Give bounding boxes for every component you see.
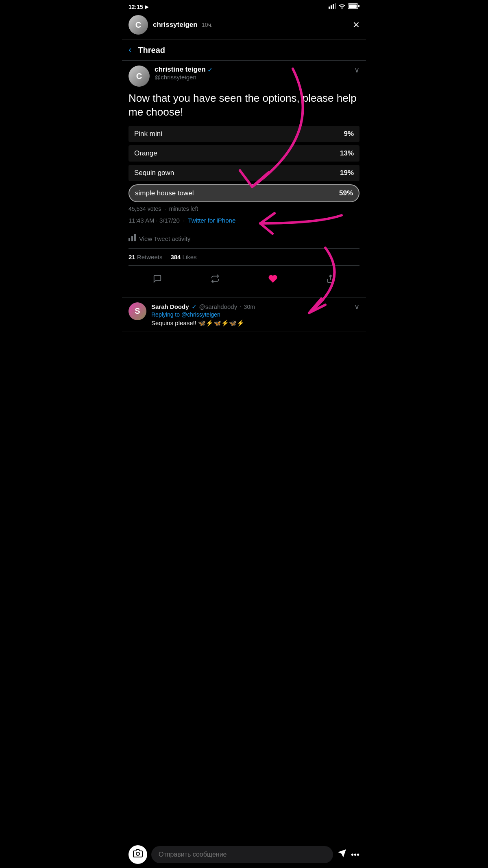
poll-option-1-label: Pink mini <box>134 130 162 138</box>
stories-user: C chrissyteigen 10ч. <box>129 15 213 35</box>
verified-badge: ✓ <box>207 66 213 74</box>
activity-chart-icon <box>129 234 136 243</box>
tweet-avatar-image: C <box>129 66 150 87</box>
back-button[interactable]: ‹ <box>129 45 131 55</box>
tweet-menu-chevron[interactable]: ∨ <box>354 66 359 74</box>
reply-button[interactable] <box>149 271 166 287</box>
stories-user-info: chrissyteigen 10ч. <box>153 21 213 29</box>
bottom-spacer <box>122 332 366 365</box>
tweet-header: C christine teigen ✓ @chrissyteigen ∨ <box>129 66 359 87</box>
poll-option-2-label: Orange <box>134 149 157 157</box>
retweets-stat: 21 Retweets <box>129 254 162 260</box>
tweet-activity-label: View Tweet activity <box>139 235 190 242</box>
tweet-avatar: C <box>129 66 150 87</box>
reply-dot-separator: · <box>240 303 241 310</box>
reply-avatar-image: S <box>129 302 146 320</box>
tweet-author-handle[interactable]: @chrissyteigen <box>155 74 349 81</box>
status-time: 12:15 ▶ <box>129 4 148 10</box>
poll-option-1[interactable]: Pink mini 9% <box>129 126 359 142</box>
like-count: 384 <box>170 254 181 260</box>
location-icon: ▶ <box>145 4 148 10</box>
poll-option-4-label: simple house towel <box>135 189 194 197</box>
tweet-activity-button[interactable]: View Tweet activity <box>129 229 359 249</box>
nav-bar: ‹ Thread <box>122 40 366 61</box>
like-button[interactable] <box>265 271 281 287</box>
svg-rect-9 <box>134 234 136 241</box>
battery-icon <box>348 3 359 10</box>
tweet-time: 11:43 AM · 3/17/20 <box>129 217 180 224</box>
tweet-user-info: christine teigen ✓ @chrissyteigen <box>155 66 349 81</box>
poll-option-4-winner[interactable]: simple house towel 59% <box>129 184 359 202</box>
reply-content: Sarah Doody ✓ @sarahdoody · 30m ∨ Replyi… <box>151 302 359 327</box>
signal-icon <box>329 3 336 10</box>
tweet-timestamp: 11:43 AM · 3/17/20 · Twitter for iPhone <box>129 217 359 224</box>
poll-option-2-pct: 13% <box>340 149 354 157</box>
poll-meta: 45,534 votes · minutes left <box>129 206 359 212</box>
svg-rect-7 <box>129 238 130 241</box>
poll-option-3-label: Sequin gown <box>134 169 174 177</box>
reply-author-handle: @sarahdoody <box>199 303 237 310</box>
svg-rect-5 <box>358 5 359 7</box>
reply-author-name[interactable]: Sarah Doody <box>151 303 189 310</box>
main-tweet: C christine teigen ✓ @chrissyteigen ∨ No… <box>122 61 366 297</box>
likes-label: Likes <box>183 254 197 260</box>
tweet-text: Now that you have seen the options, plea… <box>129 92 359 119</box>
poll-container: Pink mini 9% Orange 13% Sequin gown 19% … <box>129 126 359 212</box>
poll-option-2[interactable]: Orange 13% <box>129 145 359 162</box>
reply-header: Sarah Doody ✓ @sarahdoody · 30m ∨ <box>151 302 359 311</box>
svg-rect-3 <box>335 3 336 9</box>
retweets-label: Retweets <box>137 254 163 260</box>
status-bar: 12:15 ▶ <box>122 0 366 12</box>
svg-rect-8 <box>131 236 133 241</box>
status-icons <box>329 3 359 10</box>
tweet-source-link[interactable]: Twitter for iPhone <box>188 217 236 224</box>
retweet-button[interactable] <box>207 271 223 287</box>
poll-time-left: minutes left <box>169 206 198 212</box>
svg-rect-1 <box>331 5 332 9</box>
tweet-actions <box>129 266 359 292</box>
reply-mention-handle[interactable]: @chrissyteigen <box>181 311 220 318</box>
poll-option-3[interactable]: Sequin gown 19% <box>129 165 359 181</box>
stories-username: chrissyteigen <box>153 21 198 28</box>
reply-verified-badge: ✓ <box>192 303 197 310</box>
tweet-author-name[interactable]: christine teigen <box>155 66 206 74</box>
poll-votes: 45,534 votes <box>129 206 161 212</box>
tweet-name-row: christine teigen ✓ <box>155 66 349 74</box>
reply-chevron[interactable]: ∨ <box>354 302 359 311</box>
likes-stat: 384 Likes <box>170 254 196 260</box>
reply-time: 30m <box>244 304 255 310</box>
close-button[interactable]: × <box>353 19 359 31</box>
poll-option-4-pct: 59% <box>339 189 353 197</box>
stories-time: 10ч. <box>202 22 213 28</box>
share-button[interactable] <box>322 271 339 287</box>
nav-title: Thread <box>138 46 165 55</box>
stories-header: C chrissyteigen 10ч. × <box>122 12 366 40</box>
reply-text: Sequins please!! 🦋⚡🦋⚡🦋⚡ <box>151 319 359 327</box>
svg-rect-0 <box>329 7 330 9</box>
time-display: 12:15 <box>129 4 143 10</box>
reply-avatar: S <box>129 302 146 320</box>
poll-option-1-pct: 9% <box>344 130 354 138</box>
stories-avatar-image: C <box>129 15 148 35</box>
poll-option-3-pct: 19% <box>340 169 354 177</box>
tweet-stats: 21 Retweets 384 Likes <box>129 249 359 266</box>
wifi-icon <box>338 3 346 10</box>
stories-avatar: C <box>129 15 148 35</box>
reply-tweet: S Sarah Doody ✓ @sarahdoody · 30m ∨ Repl… <box>122 297 366 332</box>
svg-rect-2 <box>333 4 334 9</box>
svg-rect-6 <box>349 4 357 8</box>
retweet-count: 21 <box>129 254 135 260</box>
reply-mention: Replying to @chrissyteigen <box>151 311 359 318</box>
